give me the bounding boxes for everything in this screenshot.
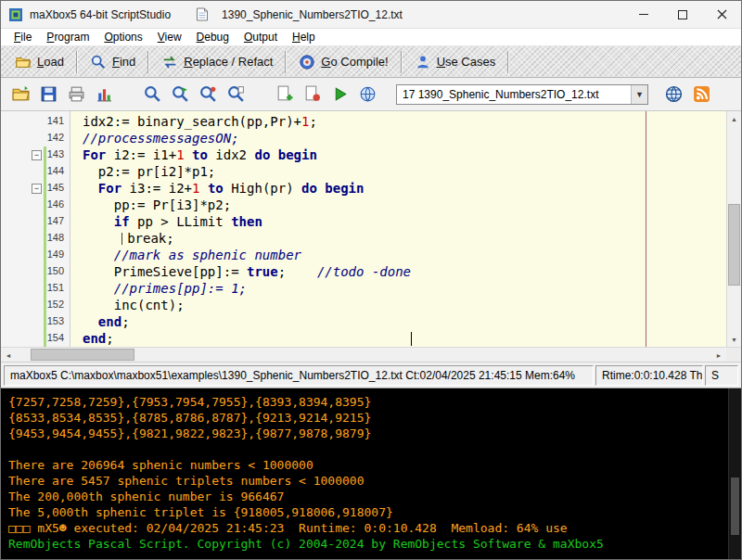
replace-refactor-button[interactable]: Replace / Refact [153, 51, 281, 73]
menu-output[interactable]: Output [237, 30, 285, 45]
status-bar: maXbox5 C:\maxbox\maxbox51\examples\1390… [1, 362, 741, 388]
code-line-147[interactable]: if pp > LLimit then [70, 213, 726, 230]
gutter-line-152: 152 [1, 297, 70, 313]
gutter-line-142: 142 [1, 130, 70, 146]
minimize-button[interactable] [624, 1, 663, 28]
modified-line-marker [44, 146, 46, 163]
code-token: break; [127, 231, 174, 246]
code-line-153[interactable]: end; [70, 313, 726, 330]
compile-target-icon [299, 54, 315, 70]
code-line-143[interactable]: For i2:= i1+1 to idx2 do begin [70, 146, 726, 163]
search-doc-button[interactable] [224, 83, 248, 107]
horizontal-scroll-thumb[interactable] [31, 349, 134, 361]
editor-code[interactable]: idx2:= binary_search(pp,Pr)+1;//processm… [70, 111, 726, 347]
code-token: For [98, 181, 122, 196]
minimize-icon [639, 14, 648, 15]
fold-collapse-icon[interactable]: − [32, 150, 42, 160]
menu-program[interactable]: Program [39, 30, 96, 45]
menu-bar: FileProgramOptionsViewDebugOutputHelp [1, 29, 741, 46]
modified-line-marker [44, 330, 46, 347]
globe-button[interactable] [661, 83, 685, 107]
gutter-line-146: 146 [1, 197, 70, 213]
find-button[interactable]: Find [82, 51, 144, 73]
editor-vertical-scrollbar[interactable]: ▲ ▼ [726, 111, 741, 347]
console-scroll-thumb[interactable] [731, 477, 739, 536]
window-title: maXbox5 64-bit ScriptStudio [30, 8, 171, 21]
code-token: end [98, 314, 122, 329]
new-script-button[interactable] [272, 83, 296, 107]
close-button[interactable] [702, 1, 741, 28]
code-line-141[interactable]: idx2:= binary_search(pp,Pr)+1; [70, 113, 726, 130]
code-token: true [247, 264, 278, 279]
line-number: 154 [47, 332, 64, 343]
open-button[interactable] [8, 83, 32, 107]
script-selector-combobox[interactable]: 17 1390_Sphenic_Numbers2TIO_12.txt ▼ [396, 84, 648, 105]
print-button[interactable] [64, 83, 88, 107]
fold-collapse-icon[interactable]: − [32, 184, 42, 194]
new-script-icon [275, 84, 294, 104]
code-token: //processmessagesON; [83, 131, 239, 146]
menu-view[interactable]: View [150, 30, 189, 45]
code-line-150[interactable]: PrimeSieve[pp]:= true; //todo -done [70, 263, 726, 280]
toolbar-separator [401, 51, 403, 73]
maximize-button[interactable] [663, 1, 702, 28]
vertical-scroll-thumb[interactable] [728, 204, 740, 286]
menu-debug[interactable]: Debug [189, 30, 237, 45]
search-next-button[interactable] [168, 83, 192, 107]
code-line-149[interactable]: //mark as sphenic number [70, 247, 726, 263]
gutter-line-145: 145− [1, 180, 70, 197]
code-token: idx2 [208, 147, 255, 162]
console-line: {7257,7258,7259},{7953,7954,7955},{8393,… [8, 394, 741, 410]
code-token: then [231, 214, 262, 229]
play-button[interactable] [327, 83, 352, 107]
menu-options[interactable]: Options [96, 30, 149, 45]
chart-button[interactable] [92, 83, 116, 107]
line-number: 151 [47, 282, 64, 293]
use-cases-button[interactable]: Use Cases [406, 51, 505, 73]
scroll-left-icon[interactable]: ◄ [1, 348, 16, 363]
code-token: ; [278, 264, 317, 279]
rss-button[interactable] [689, 83, 713, 107]
indent-guide [122, 233, 122, 245]
scroll-up-icon[interactable]: ▲ [727, 111, 741, 126]
text-caret [411, 332, 412, 346]
console-line: {8533,8534,8535},{8785,8786,8787},{9213,… [8, 410, 741, 426]
code-token: //todo -done [317, 264, 411, 279]
modified-line-marker [44, 230, 46, 247]
toolbar-separator [76, 51, 78, 73]
menu-help[interactable]: Help [285, 30, 323, 45]
console-scrollbar[interactable] [728, 388, 741, 559]
code-token: if [114, 214, 130, 229]
search-filter-button[interactable] [196, 83, 220, 107]
modified-line-marker [44, 247, 46, 263]
save-button[interactable] [36, 83, 60, 107]
console-output[interactable]: {7257,7258,7259},{7953,7954,7955},{8393,… [1, 388, 741, 559]
chevron-down-icon[interactable]: ▼ [631, 85, 647, 104]
line-number: 141 [47, 115, 64, 126]
scroll-down-icon[interactable]: ▼ [727, 332, 741, 347]
horizontal-scroll-track[interactable] [16, 348, 711, 362]
code-line-142[interactable]: //processmessagesON; [70, 130, 726, 146]
code-line-152[interactable]: inc(cnt); [70, 297, 726, 313]
console-line: There are 5457 sphenic triplets numbers … [8, 473, 741, 489]
code-line-151[interactable]: //primes[pp]:= 1; [70, 280, 726, 297]
scroll-right-icon[interactable]: ► [711, 348, 726, 363]
go-compile-button[interactable]: Go Compile! [290, 51, 396, 73]
web-button[interactable] [355, 83, 379, 107]
load-button[interactable]: Load [6, 51, 72, 73]
gutter-line-143: 143− [1, 146, 70, 163]
modified-line-marker [44, 197, 46, 213]
menu-file[interactable]: File [6, 30, 39, 45]
line-number: 153 [47, 315, 64, 326]
run-script-button[interactable] [300, 83, 324, 107]
line-number: 143 [47, 148, 64, 159]
code-line-144[interactable]: p2:= pr[i2]*p1; [70, 163, 726, 180]
code-token: ; [309, 114, 316, 129]
search-button[interactable] [140, 83, 164, 107]
app-logo-icon [8, 7, 23, 22]
editor-horizontal-scrollbar[interactable]: ◄ ► [1, 347, 741, 362]
code-line-154[interactable]: end; [70, 330, 726, 347]
code-line-148[interactable]: break; [70, 230, 726, 247]
code-line-146[interactable]: pp:= Pr[i3]*p2; [70, 197, 726, 213]
code-line-145[interactable]: For i3:= i2+1 to High(pr) do begin [70, 180, 726, 197]
